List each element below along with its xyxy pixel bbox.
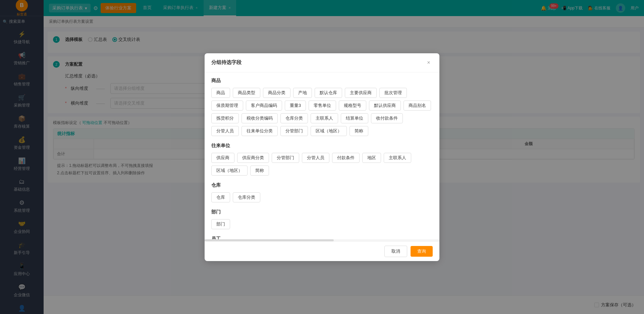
field-tag[interactable]: 区域（地区） [311, 126, 347, 136]
field-tag[interactable]: 商品分类 [263, 88, 290, 98]
field-tag[interactable]: 仓库 [211, 192, 230, 202]
section-warehouse-title: 仓库 [211, 182, 433, 188]
field-tag[interactable]: 往来单位分类 [241, 126, 278, 136]
field-tag[interactable]: 重量3 [285, 101, 306, 111]
field-tag[interactable]: 仓库分类 [280, 113, 308, 123]
field-tag[interactable]: 分管部门 [280, 126, 308, 136]
field-tag[interactable]: 主要供应商 [345, 88, 377, 98]
field-tag[interactable]: 供应商分类 [237, 153, 269, 163]
field-tag[interactable]: 税收分类编码 [241, 113, 278, 123]
field-tag[interactable]: 商品别名 [404, 101, 431, 111]
field-tag[interactable]: 收付款条件 [371, 113, 403, 123]
modal-title: 分组待选字段 [211, 59, 241, 66]
section-department-fields: 部门 [211, 219, 433, 229]
section-goods-title: 商品 [211, 78, 433, 84]
section-partner: 往来单位 供应商 供应商分类 分管部门 分管人员 付款条件 地区 主联系人 区域… [211, 143, 433, 176]
field-tag[interactable]: 部门 [211, 219, 230, 229]
field-tag[interactable]: 付款条件 [332, 153, 360, 163]
field-tag[interactable]: 规格型号 [339, 101, 366, 111]
field-tag[interactable]: 结算单位 [341, 113, 368, 123]
field-select-modal: 分组待选字段 × 商品 商品 商品类型 商品分类 产地 默认仓库 主要供应商 批… [205, 53, 439, 261]
field-tag[interactable]: 默认供应商 [369, 101, 401, 111]
scrollbar-thumb-h [205, 239, 334, 241]
modal-footer: 取消 查询 [205, 241, 439, 261]
field-tag[interactable]: 仓库分类 [233, 192, 260, 202]
modal-scrollbar-h[interactable] [205, 239, 439, 241]
field-tag[interactable]: 默认仓库 [315, 88, 342, 98]
field-tag[interactable]: 地区 [362, 153, 381, 163]
section-goods-fields: 商品 商品类型 商品分类 产地 默认仓库 主要供应商 批次管理 保质期管理 客户… [211, 88, 433, 136]
section-department: 部门 部门 [211, 209, 433, 229]
field-tag[interactable]: 分管部门 [272, 153, 299, 163]
cancel-button[interactable]: 取消 [384, 246, 407, 257]
modal-header: 分组待选字段 × [205, 53, 439, 72]
modal-overlay: 分组待选字段 × 商品 商品 商品类型 商品分类 产地 默认仓库 主要供应商 批… [0, 0, 644, 314]
section-warehouse: 仓库 仓库 仓库分类 [211, 182, 433, 202]
confirm-button[interactable]: 查询 [411, 246, 433, 257]
field-tag[interactable]: 主联系人 [384, 153, 411, 163]
field-tag[interactable]: 分管人员 [211, 126, 239, 136]
section-department-title: 部门 [211, 209, 433, 215]
field-tag[interactable]: 区域（地区） [211, 166, 248, 176]
field-tag[interactable]: 供应商 [211, 153, 234, 163]
field-tag[interactable]: 客户商品编码 [246, 101, 282, 111]
field-tag[interactable]: 商品 [211, 88, 230, 98]
section-goods: 商品 商品 商品类型 商品分类 产地 默认仓库 主要供应商 批次管理 保质期管理… [211, 78, 433, 136]
field-tag[interactable]: 商品类型 [233, 88, 260, 98]
field-tag[interactable]: 保质期管理 [211, 101, 243, 111]
field-tag[interactable]: 拣货积分 [211, 113, 239, 123]
field-tag[interactable]: 分管人员 [302, 153, 329, 163]
field-tag[interactable]: 简称 [250, 166, 269, 176]
section-warehouse-fields: 仓库 仓库分类 [211, 192, 433, 202]
field-tag[interactable]: 产地 [293, 88, 312, 98]
field-tag[interactable]: 简称 [350, 126, 368, 136]
modal-close-button[interactable]: × [425, 59, 433, 67]
field-tag[interactable]: 零售单位 [309, 101, 336, 111]
section-employee: 员工 业务员 [211, 236, 433, 239]
section-partner-fields: 供应商 供应商分类 分管部门 分管人员 付款条件 地区 主联系人 区域（地区） … [211, 153, 433, 176]
section-partner-title: 往来单位 [211, 143, 433, 149]
section-employee-title: 员工 [211, 236, 433, 239]
modal-body[interactable]: 商品 商品 商品类型 商品分类 产地 默认仓库 主要供应商 批次管理 保质期管理… [205, 72, 439, 239]
field-tag[interactable]: 主联系人 [311, 113, 338, 123]
field-tag[interactable]: 批次管理 [379, 88, 407, 98]
